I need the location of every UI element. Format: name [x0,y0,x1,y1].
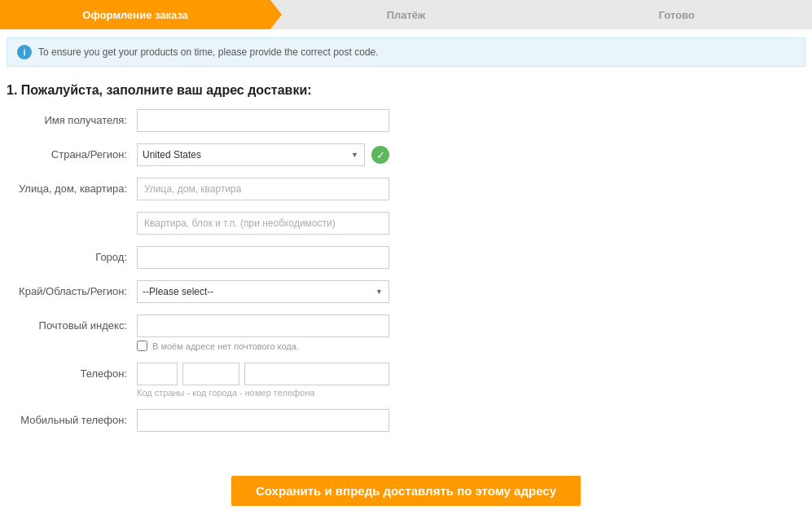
step-order[interactable]: Оформление заказа [0,0,270,29]
region-field: --Please select-- Alabama Alaska Arizona… [137,280,389,303]
recipient-row: Имя получателя: [7,109,805,132]
country-select[interactable]: United States Russia Germany France Chin… [137,143,365,166]
city-label: Город: [7,246,137,263]
postal-input[interactable] [137,314,389,337]
country-select-wrapper: United States Russia Germany France Chin… [137,143,365,166]
phone-row: Телефон: Код страны - код города - номер… [7,363,805,398]
no-postal-checkbox[interactable] [137,341,147,351]
country-row: Страна/Регион: United States Russia Germ… [7,143,805,166]
banner-text: To ensure you get your products on time,… [38,46,379,58]
phone-inputs [137,363,389,385]
street2-row [7,212,805,235]
info-icon: i [17,45,32,59]
street-input[interactable] [137,178,389,200]
phone-country-code[interactable] [137,363,178,385]
section-title: 1. Пожалуйста, заполните ваш адрес доста… [0,75,812,109]
submit-button[interactable]: Сохранить и впредь доставлять по этому а… [231,476,581,506]
submit-row: Сохранить и впредь доставлять по этому а… [0,459,812,510]
city-input[interactable] [137,246,389,269]
street2-field [137,212,389,235]
phone-field: Код страны - код города - номер телефона [137,363,389,398]
phone-hint: Код страны - код города - номер телефона [137,388,389,398]
recipient-label: Имя получателя: [7,109,137,126]
step-order-label: Оформление заказа [82,9,188,21]
phone-label: Телефон: [7,363,137,380]
region-label: Край/Область/Регион: [7,280,137,297]
city-field [137,246,389,269]
recipient-field [137,109,389,132]
phone-area-code[interactable] [182,363,239,385]
region-row: Край/Область/Регион: --Please select-- A… [7,280,805,303]
info-banner: i To ensure you get your products on tim… [7,37,805,67]
recipient-input[interactable] [137,109,389,132]
postal-field: В моём адресе нет почтового кода. [137,314,389,351]
country-select-row: United States Russia Germany France Chin… [137,143,389,166]
mobile-field [137,409,389,432]
street2-input[interactable] [137,212,389,235]
street2-label [7,212,137,217]
postal-label: Почтовый индекс: [7,314,137,332]
page-wrapper: Оформление заказа Платёж Готово i To ens… [0,0,812,510]
step-payment-label: Платёж [387,9,426,21]
postal-row: Почтовый индекс: В моём адресе нет почто… [7,314,805,351]
step-done[interactable]: Готово [542,0,812,29]
no-postal-label: В моём адресе нет почтового кода. [152,341,299,351]
mobile-label: Мобильный телефон: [7,409,137,426]
street-field [137,178,389,200]
form-container: Имя получателя: Страна/Регион: United St… [0,109,812,459]
step-payment[interactable]: Платёж [270,0,541,29]
street-row: Улица, дом, квартира: [7,178,805,200]
street-label: Улица, дом, квартира: [7,178,137,195]
country-valid-icon: ✓ [371,146,389,164]
phone-number[interactable] [244,363,389,385]
progress-bar: Оформление заказа Платёж Готово [0,0,812,29]
mobile-input[interactable] [137,409,389,432]
step-done-label: Готово [659,9,695,21]
country-field: United States Russia Germany France Chin… [137,143,389,166]
country-label: Страна/Регион: [7,143,137,160]
region-select-wrapper: --Please select-- Alabama Alaska Arizona… [137,280,389,303]
region-select[interactable]: --Please select-- Alabama Alaska Arizona… [137,280,389,303]
mobile-row: Мобильный телефон: [7,409,805,432]
no-postal-row: В моём адресе нет почтового кода. [137,341,389,351]
city-row: Город: [7,246,805,269]
